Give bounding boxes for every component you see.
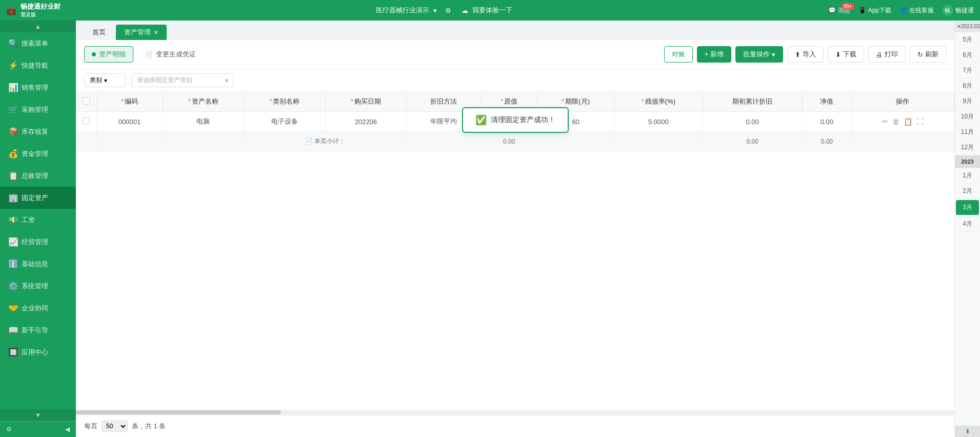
tab-asset-mgmt-label: 资产管理 [124, 28, 151, 37]
collapse-sidebar-icon[interactable]: ◀ [65, 426, 70, 433]
settings-gear-icon[interactable]: ⚙ [6, 426, 12, 433]
sidebar-item-cooperation[interactable]: 🤝 企业协同 [0, 297, 76, 319]
main-layout: ▲ 🔍 搜索菜单 ⚡ 快捷导航 📊 销售管理 🛒 采购管理 📦 库存核算 [0, 21, 980, 437]
sidebar-scroll-up[interactable]: ▲ [0, 21, 76, 32]
sidebar-item-operations[interactable]: 📈 经营管理 [0, 231, 76, 253]
basic-info-icon: ℹ️ [8, 259, 17, 269]
sidebar-item-system[interactable]: ⚙️ 系统管理 [0, 275, 76, 297]
category-filter[interactable]: 类别 ▾ [84, 73, 125, 87]
calendar-month-6[interactable]: 6月 [955, 48, 980, 63]
refresh-icon: ↻ [917, 51, 923, 58]
user-profile-button[interactable]: 畅 畅捷通 [942, 5, 974, 16]
calendar-month-5[interactable]: 5月 [955, 32, 980, 48]
sidebar-item-capital[interactable]: 💰 资金管理 [0, 143, 76, 165]
calendar-items: 5月 6月 7月 8月 9月 10月 11月 12月 2023 1月 2月 3月… [955, 32, 980, 426]
download-icon: ⬇ [835, 51, 841, 58]
copy-icon[interactable]: 📋 [904, 117, 912, 126]
app-branding: 💼 畅捷通好业财 普及版 [6, 2, 61, 18]
print-button[interactable]: 🖨 打印 [868, 46, 906, 63]
calendar-month-11[interactable]: 11月 [955, 125, 980, 140]
active-dot [92, 52, 96, 56]
sidebar-item-quick-nav[interactable]: ⚡ 快捷导航 [0, 54, 76, 76]
row-checkbox[interactable] [83, 117, 90, 125]
subtotal-label: 本页小计： [314, 137, 345, 145]
asset-category-dropdown[interactable]: 请选择固定资产类别 ▾ [131, 73, 234, 87]
sidebar-item-guide[interactable]: 📖 新手引导 [0, 319, 76, 341]
calendar-month-9[interactable]: 9月 [955, 94, 980, 109]
sidebar-item-inventory[interactable]: 📦 库存核算 [0, 121, 76, 143]
sidebar-item-label: 企业协同 [22, 304, 48, 313]
calendar-month-10[interactable]: 10月 [955, 109, 980, 125]
search-icon: 🔍 [8, 38, 17, 48]
td-initial-accumulated-depreciation: 0.00 [703, 112, 802, 132]
calendar-month-7[interactable]: 7月 [955, 63, 980, 78]
sub-tab-change-voucher[interactable]: 📄 变更生成凭证 [137, 46, 204, 63]
subtotal-row: 📄 本页小计： 0.00 0.00 0.00 [76, 132, 954, 151]
toolbar: 资产明细 📄 变更生成凭证 对账 + 新增 批量操作 ▾ [76, 40, 954, 69]
sidebar-item-ledger[interactable]: 📋 总账管理 [0, 165, 76, 187]
topbar: 💼 畅捷通好业财 普及版 医疗器械行业演示 ▾ ⚙ ☁ 我要体验一下 💬 消息 … [0, 0, 980, 21]
horizontal-scrollbar[interactable] [76, 410, 954, 415]
sidebar-item-basic-info[interactable]: ℹ️ 基础信息 [0, 253, 76, 275]
company-selector[interactable]: 医疗器械行业演示 ▾ ⚙ ☁ 我要体验一下 [376, 6, 512, 15]
calendar-month-8[interactable]: 8月 [955, 78, 980, 94]
sidebar-item-label: 经营管理 [22, 237, 48, 247]
download-button[interactable]: ⬇ 下载 [828, 46, 864, 63]
batch-ops-button[interactable]: 批量操作 ▾ [735, 46, 783, 63]
sidebar-item-search[interactable]: 🔍 搜索菜单 [0, 32, 76, 54]
td-subtotal-empty1 [76, 132, 96, 151]
per-page-select[interactable]: 50 10 20 100 [102, 421, 128, 432]
tab-asset-mgmt[interactable]: 资产管理 ✕ [116, 25, 167, 40]
app-center-icon: 🔲 [8, 347, 17, 357]
calendar-month-3-current[interactable]: 3月 [956, 200, 979, 215]
edit-icon[interactable]: ✏ [882, 117, 888, 126]
calendar-year-2023[interactable]: 2023 [955, 155, 980, 168]
import-button[interactable]: ⬆ 导入 [787, 46, 824, 63]
delete-icon[interactable]: 🗑 [892, 117, 899, 126]
scroll-down-icon[interactable]: ⬇ [965, 428, 970, 435]
sub-tab-asset-detail[interactable]: 资产明细 [84, 46, 133, 63]
sidebar-item-fixed-assets[interactable]: 🏢 固定资产 [0, 187, 76, 209]
reconcile-button[interactable]: 对账 [664, 46, 693, 63]
guide-icon: 📖 [8, 325, 17, 335]
sidebar-item-salary[interactable]: 💵 工资 [0, 209, 76, 231]
message-button[interactable]: 💬 消息 99+ [828, 6, 850, 15]
calendar-month-2[interactable]: 2月 [955, 184, 980, 199]
sidebar-item-purchase[interactable]: 🛒 采购管理 [0, 98, 76, 121]
new-button[interactable]: + 新增 [697, 46, 731, 63]
td-subtotal-label: 📄 本页小计： [244, 132, 407, 151]
success-popup: ✅ 清理固定资产成功！ [462, 107, 569, 133]
app-version: 普及版 [21, 11, 61, 18]
sidebar-item-label: 系统管理 [22, 282, 48, 291]
tab-close-icon[interactable]: ✕ [154, 29, 158, 36]
sidebar-item-app-center[interactable]: 🔲 应用中心 [0, 341, 76, 363]
close-panel-icon[interactable]: ✕ [957, 24, 961, 29]
settings-icon[interactable]: ⚙ [445, 7, 451, 14]
select-all-checkbox[interactable] [83, 97, 90, 105]
capital-icon: 💰 [8, 149, 17, 158]
refresh-button[interactable]: ↻ 刷新 [910, 46, 946, 63]
calendar-month-1[interactable]: 1月 [955, 168, 980, 184]
tab-home[interactable]: 首页 [84, 25, 114, 40]
sidebar-scroll-down[interactable]: ▼ [0, 409, 76, 421]
td-category: 电子设备 [244, 112, 326, 132]
sidebar-item-sales[interactable]: 📊 销售管理 [0, 76, 76, 98]
experience-label[interactable]: 我要体验一下 [472, 6, 512, 15]
sidebar-item-label: 基础信息 [22, 260, 48, 269]
scrollbar-thumb[interactable] [76, 410, 281, 414]
sidebar-item-label: 采购管理 [22, 105, 48, 114]
th-purchase-date: *购买日期 [325, 92, 407, 112]
online-service-button[interactable]: 👤 在线客服 [899, 6, 934, 15]
td-subtotal-empty7 [851, 132, 954, 151]
app-name: 畅捷通好业财 [21, 2, 61, 11]
th-name: *资产名称 [163, 92, 244, 112]
calendar-month-4[interactable]: 4月 [955, 216, 980, 232]
sidebar-item-label: 销售管理 [22, 83, 48, 92]
app-download-button[interactable]: 📱 App下载 [858, 6, 891, 15]
more-icon[interactable]: ⛶ [916, 117, 924, 126]
calendar-month-12[interactable]: 12月 [955, 140, 980, 155]
td-subtotal-original-value: 0.00 [481, 132, 537, 151]
sidebar-item-label: 总账管理 [22, 171, 48, 181]
th-operations: 操作 [851, 92, 954, 112]
sidebar-item-label: 快捷导航 [22, 61, 48, 70]
